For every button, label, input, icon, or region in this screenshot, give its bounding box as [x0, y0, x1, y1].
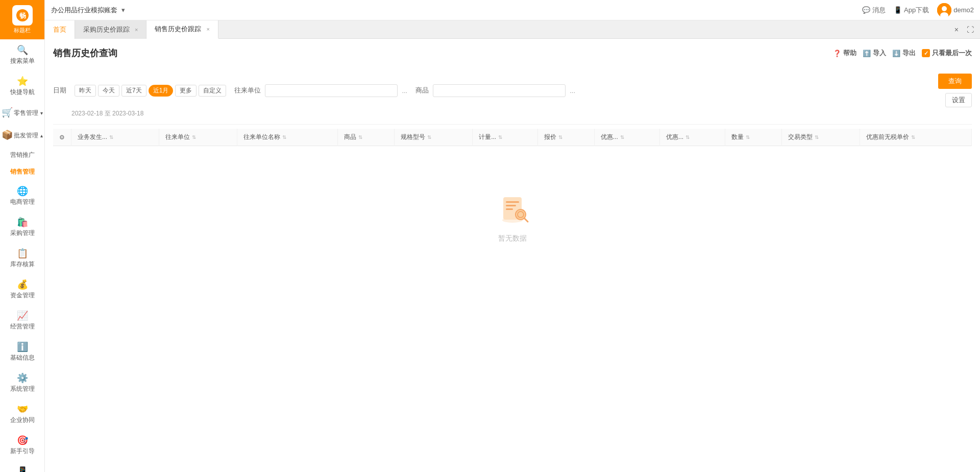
quick-nav-icon: ⭐	[17, 76, 28, 87]
empty-text: 暂无数据	[498, 234, 527, 243]
sidebar-item-label: 零售管理	[14, 109, 38, 117]
date-btn-custom[interactable]: 自定义	[199, 85, 226, 97]
app-center-icon: 📱	[17, 466, 28, 472]
system-mgmt-icon: ⚙️	[17, 372, 28, 384]
date-btn-today[interactable]: 今天	[98, 85, 119, 97]
table-header-biz-date[interactable]: 业务发生... ⇅	[71, 129, 159, 146]
svg-rect-7	[506, 201, 519, 203]
table-header-trade-type[interactable]: 交易类型 ⇅	[781, 129, 860, 146]
help-btn[interactable]: ❓ 帮助	[833, 49, 856, 58]
table-header-discount1[interactable]: 优惠... ⇅	[594, 129, 659, 146]
sidebar-item-quick-nav[interactable]: ⭐ 快捷导航	[0, 70, 44, 102]
sidebar-item-purchase-mgmt[interactable]: 🛍️ 采购管理	[0, 211, 44, 243]
app-logo[interactable]: 畅 标题栏	[0, 0, 44, 39]
topbar-dropdown-btn[interactable]: ▾	[121, 6, 125, 14]
tab-purchase-history[interactable]: 采购历史价跟踪 ×	[75, 20, 146, 39]
col-label-quantity: 数量	[731, 133, 744, 141]
close-tab-btn[interactable]: ×	[952, 23, 961, 36]
date-btn-more[interactable]: 更多	[175, 85, 197, 97]
goods-filter-dots[interactable]: ...	[570, 87, 575, 95]
tab-home[interactable]: 首页	[45, 20, 75, 39]
sidebar-item-search-menu[interactable]: 🔍 搜索菜单	[0, 39, 44, 70]
filter-area: 日期 昨天 今天 近7天 近1月 更多 自定义 往来单位 ... 商品	[53, 67, 972, 125]
tab-sales-history[interactable]: 销售历史价跟踪 ×	[146, 20, 218, 39]
sidebar-item-label: 营销推广	[10, 151, 35, 159]
table-settings-icon[interactable]: ⚙	[59, 134, 65, 141]
date-btn-yesterday[interactable]: 昨天	[75, 85, 96, 97]
col-label-unit: 往来单位	[165, 133, 190, 141]
sidebar-item-new-guide[interactable]: 🎯 新手引导	[0, 430, 44, 461]
date-btn-7days[interactable]: 近7天	[121, 85, 146, 97]
unit-filter-input[interactable]	[265, 84, 398, 97]
query-btn[interactable]: 查询	[938, 74, 972, 89]
sidebar-item-retail-mgmt[interactable]: 🛒 零售管理 ▾	[0, 102, 44, 124]
logo-icon: 畅	[12, 5, 33, 26]
tab-home-label: 首页	[53, 25, 66, 34]
table-header-spec[interactable]: 规格型号 ⇅	[394, 129, 473, 146]
unit-filter-dots[interactable]: ...	[402, 87, 407, 95]
export-icon: ⬇️	[892, 50, 900, 57]
tab-purchase-history-close[interactable]: ×	[135, 27, 138, 33]
purchase-mgmt-icon: 🛍️	[17, 217, 28, 228]
maximize-tab-btn[interactable]: ⛶	[965, 23, 976, 36]
app-download-btn[interactable]: 📱 App下载	[894, 6, 929, 15]
topbar-title: 办公用品行业模拟账套	[51, 6, 117, 15]
sidebar-item-marketing[interactable]: 营销推广	[0, 147, 44, 163]
table-header-unit[interactable]: 往来单位 ⇅	[159, 129, 237, 146]
sidebar-item-inventory[interactable]: 📋 库存核算	[0, 243, 44, 274]
user-profile-btn[interactable]: demo2	[937, 3, 974, 17]
table-header-quote[interactable]: 报价 ⇅	[538, 129, 594, 146]
goods-filter-field: 商品 ...	[415, 84, 575, 97]
col-label-trade-type: 交易类型	[788, 133, 813, 141]
table-container: ⚙ 业务发生... ⇅ 往来单位 ⇅	[53, 129, 972, 284]
svg-rect-8	[506, 205, 516, 206]
sidebar-item-basic-info[interactable]: ℹ️ 基础信息	[0, 336, 44, 367]
sidebar-item-sales-mgmt[interactable]: 销售管理	[0, 163, 44, 180]
date-buttons: 昨天 今天 近7天 近1月 更多 自定义	[75, 85, 226, 97]
sidebar-item-label: 库存核算	[10, 260, 35, 269]
sort-icon-unit-measure: ⇅	[498, 134, 502, 140]
tab-sales-history-close[interactable]: ×	[206, 26, 209, 32]
page-title: 销售历史价查询	[53, 47, 117, 59]
only-last-checkbox[interactable]	[922, 49, 930, 57]
only-last-checkbox-label[interactable]: 只看最后一次	[922, 49, 972, 58]
goods-filter-input[interactable]	[433, 84, 566, 97]
data-table: ⚙ 业务发生... ⇅ 往来单位 ⇅	[53, 129, 972, 146]
sidebar-item-label: 基础信息	[10, 353, 35, 362]
settings-btn[interactable]: 设置	[945, 93, 972, 107]
svg-rect-9	[506, 208, 513, 210]
col-label-unit-name: 往来单位名称	[243, 133, 280, 141]
sidebar-item-ops-mgmt[interactable]: 📈 经营管理	[0, 305, 44, 336]
help-icon: ❓	[833, 50, 841, 57]
sidebar-item-label: 搜索菜单	[10, 57, 35, 65]
col-label-unit-measure: 计量...	[479, 133, 496, 141]
export-label: 导出	[902, 49, 916, 58]
date-btn-1month[interactable]: 近1月	[149, 85, 174, 97]
sort-icon-unit: ⇅	[192, 134, 196, 140]
table-header-discount2[interactable]: 优惠... ⇅	[660, 129, 725, 146]
message-btn[interactable]: 💬 消息	[862, 6, 886, 15]
sort-icon-spec: ⇅	[427, 134, 431, 140]
sort-icon-pretax-price: ⇅	[911, 134, 915, 140]
sort-icon-discount2: ⇅	[685, 134, 690, 140]
avatar	[937, 3, 951, 17]
sidebar-item-wholesale-mgmt[interactable]: 📦 批发管理 ▴	[0, 124, 44, 147]
import-btn[interactable]: ⬆️ 导入	[863, 49, 886, 58]
export-btn[interactable]: ⬇️ 导出	[892, 49, 916, 58]
table-header-settings: ⚙	[53, 129, 71, 146]
col-label-goods: 商品	[344, 133, 356, 141]
filter-right-actions: 查询 设置	[938, 74, 972, 107]
table-header-goods[interactable]: 商品 ⇅	[338, 129, 394, 146]
search-menu-icon: 🔍	[17, 44, 28, 56]
sidebar-item-label: 系统管理	[10, 385, 35, 393]
sidebar-item-system-mgmt[interactable]: ⚙️ 系统管理	[0, 367, 44, 398]
sidebar-item-enterprise[interactable]: 🤝 企业协同	[0, 398, 44, 430]
table-header-pretax-price[interactable]: 优惠前无税单价 ⇅	[860, 129, 972, 146]
table-header-unit-measure[interactable]: 计量... ⇅	[473, 129, 538, 146]
sidebar-item-finance-mgmt[interactable]: 💰 资金管理	[0, 274, 44, 305]
sidebar-item-ecommerce-mgmt[interactable]: 🌐 电商管理	[0, 180, 44, 211]
table-header-unit-name[interactable]: 往来单位名称 ⇅	[237, 129, 338, 146]
sidebar-item-app-center[interactable]: 📱 应用中心	[0, 461, 44, 472]
table-header-quantity[interactable]: 数量 ⇅	[725, 129, 781, 146]
import-label: 导入	[873, 49, 886, 58]
